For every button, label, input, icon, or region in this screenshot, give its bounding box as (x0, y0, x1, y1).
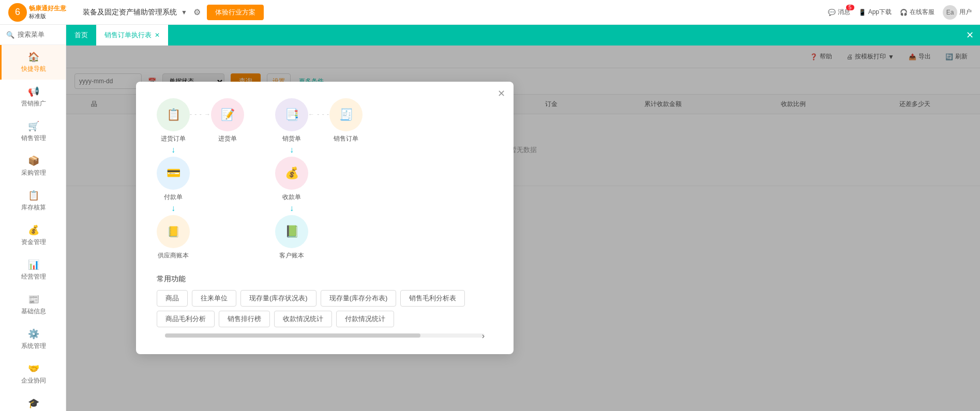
sidebar-item-marketing[interactable]: 📢 营销推广 (0, 80, 66, 114)
flow-col-mid-right: 📑 销货单 ↓ 💰 收款单 ↓ (275, 98, 308, 260)
supplier-ledger-label: 供应商账本 (158, 251, 189, 260)
cf-btn-receipt-stats[interactable]: 收款情况统计 (274, 311, 332, 327)
message-item[interactable]: 💬 消息 5 (828, 8, 850, 17)
sidebar-item-operations[interactable]: 📊 经营管理 (0, 253, 66, 287)
flow-node-payment[interactable]: 💳 付款单 (157, 157, 190, 202)
purchase-bill-label: 进货单 (218, 134, 237, 143)
system-dropdown-icon[interactable]: ▼ (181, 9, 187, 16)
operations-label: 经营管理 (21, 272, 46, 281)
cf-buttons: 商品 往来单位 现存量(库存状况表) 现存量(库存分布表) 销售毛利分析表 商品… (157, 290, 493, 327)
online-service-label: 在线客服 (910, 8, 934, 17)
receipt-label: 收款单 (282, 193, 301, 202)
main-content: ❓ 帮助 🖨 按模板打印 ▼ 📤 导出 🔄 (66, 45, 980, 411)
sidebar-item-purchase[interactable]: 📦 采购管理 (0, 149, 66, 184)
cf-btn-payment-stats[interactable]: 付款情况统计 (336, 311, 394, 327)
flow-node-sales-bill[interactable]: 📑 销货单 (275, 98, 308, 143)
purchase-icon: 📦 (28, 155, 39, 166)
system-label: 系统管理 (21, 342, 46, 351)
sidebar-nav: 🏠 快捷导航 📢 营销推广 🛒 销售管理 📦 采购管理 📋 库存核 (0, 45, 66, 411)
modal-overlay: ✕ 📋 进货订单 ↓ (66, 45, 980, 411)
flow-node-customer-ledger[interactable]: 📗 客户账本 (275, 215, 308, 260)
flow-node-purchase-order[interactable]: 📋 进货订单 (157, 98, 190, 143)
marketing-icon: 📢 (28, 86, 39, 97)
payment-icon: 💳 (157, 157, 190, 190)
top-bar-right: 💬 消息 5 📱 App下载 🎧 在线客服 Ea 用户 (828, 5, 972, 20)
experience-button[interactable]: 体验行业方案 (207, 5, 264, 20)
payment-label: 付款单 (164, 193, 183, 202)
flow-col-right: 🧾 销售订单 (329, 98, 363, 143)
tab-bar: 首页 销售订单执行表 ✕ ✕ (66, 25, 980, 45)
flow-col-left: 📋 进货订单 ↓ 💳 付款单 ↓ (157, 98, 190, 260)
sidebar-item-finance[interactable]: 💰 资金管理 (0, 218, 66, 253)
app-download-item[interactable]: 📱 App下载 (858, 8, 892, 17)
supplier-ledger-icon: 📒 (157, 215, 190, 248)
h-arrow-1: - - - → (190, 98, 211, 118)
arrow-down-2: ↓ (171, 204, 175, 213)
tab-home-label: 首页 (74, 31, 88, 40)
operations-icon: 📊 (28, 259, 39, 270)
customer-ledger-label: 客户账本 (279, 251, 304, 260)
cf-btn-product[interactable]: 商品 (157, 290, 188, 307)
cf-btn-product-margin[interactable]: 商品毛利分析 (157, 311, 215, 327)
newbie-icon: 🎓 (28, 398, 39, 409)
sales-order-icon: 🧾 (329, 98, 363, 131)
user-item[interactable]: Ea 用户 (943, 5, 972, 20)
sales-icon: 🛒 (28, 120, 39, 132)
user-label: 用户 (959, 8, 972, 17)
sidebar-item-system[interactable]: ⚙️ 系统管理 (0, 322, 66, 357)
flow-diagram: 📋 进货订单 ↓ 💳 付款单 ↓ (157, 98, 493, 260)
cf-btn-sales-margin[interactable]: 销售毛利分析表 (400, 290, 465, 307)
quick-nav-modal: ✕ 📋 进货订单 ↓ (136, 82, 514, 354)
sidebar: 🔍 搜索菜单 🏠 快捷导航 📢 营销推广 🛒 销售管理 📦 (0, 25, 66, 411)
modal-close-button[interactable]: ✕ (497, 88, 505, 99)
flow-node-purchase-bill[interactable]: 📝 进货单 (211, 98, 244, 143)
tab-sales-order-exec-label: 销售订单执行表 (104, 31, 152, 40)
customer-ledger-icon: 📗 (275, 215, 308, 248)
finance-label: 资金管理 (21, 238, 46, 247)
collab-label: 企业协同 (21, 376, 46, 385)
content-area: 首页 销售订单执行表 ✕ ✕ ❓ 帮助 (66, 25, 980, 411)
purchase-order-icon: 📋 (157, 98, 190, 131)
avatar: Ea (943, 5, 957, 20)
cf-btn-inventory-dist[interactable]: 现存量(库存分布表) (321, 290, 397, 307)
sidebar-item-sales[interactable]: 🛒 销售管理 (0, 114, 66, 149)
sidebar-item-inventory[interactable]: 📋 库存核算 (0, 184, 66, 218)
tab-close-icon[interactable]: ✕ (155, 32, 160, 39)
sidebar-item-quick-nav[interactable]: 🏠 快捷导航 (0, 45, 66, 80)
arrow-down-3: ↓ (290, 145, 294, 155)
arrow-down-1: ↓ (171, 145, 175, 155)
modal-scrollbar-thumb (165, 333, 420, 338)
sidebar-item-collab[interactable]: 🤝 企业协同 (0, 357, 66, 391)
modal-body: 📋 进货订单 ↓ 💳 付款单 ↓ (136, 82, 514, 354)
top-bar-center: 装备及固定资产辅助管理系统 ▼ ⚙ 体验行业方案 (74, 5, 828, 20)
marketing-label: 营销推广 (21, 99, 46, 108)
close-all-button[interactable]: ✕ (960, 29, 980, 41)
cf-btn-inventory-status[interactable]: 现存量(库存状况表) (240, 290, 316, 307)
logo-icon: 6 (8, 3, 27, 22)
scroll-right-icon[interactable]: › (482, 331, 485, 341)
search-menu-label: 搜索菜单 (18, 30, 44, 39)
flow-node-sales-order[interactable]: 🧾 销售订单 (329, 98, 363, 143)
flow-node-supplier-ledger[interactable]: 📒 供应商账本 (157, 215, 190, 260)
sidebar-item-base-info[interactable]: 📰 基础信息 (0, 287, 66, 322)
common-functions-title: 常用功能 (157, 275, 493, 284)
flow-node-receipt[interactable]: 💰 收款单 (275, 157, 308, 202)
finance-icon: 💰 (28, 224, 39, 236)
sales-bill-label: 销货单 (282, 134, 301, 143)
cf-btn-sales-ranking[interactable]: 销售排行榜 (219, 311, 270, 327)
settings-icon[interactable]: ⚙ (193, 7, 201, 17)
inventory-label: 库存核算 (21, 203, 46, 212)
system-icon: ⚙️ (28, 328, 39, 340)
collab-icon: 🤝 (28, 363, 39, 374)
modal-scrollbar[interactable]: › (165, 333, 485, 338)
tab-sales-order-exec[interactable]: 销售订单执行表 ✕ (96, 25, 168, 45)
cf-btn-counterparty[interactable]: 往来单位 (192, 290, 236, 307)
common-functions: 常用功能 商品 往来单位 现存量(库存状况表) 现存量(库存分布表) 销售毛利分… (157, 275, 493, 327)
online-service-item[interactable]: 🎧 在线客服 (900, 8, 934, 17)
online-service-icon: 🎧 (900, 9, 908, 16)
sidebar-item-newbie[interactable]: 🎓 新手引导 (0, 391, 66, 411)
message-badge: 5 (846, 5, 854, 10)
search-menu[interactable]: 🔍 搜索菜单 (0, 25, 66, 45)
tab-home[interactable]: 首页 (66, 25, 96, 45)
sales-bill-icon: 📑 (275, 98, 308, 131)
